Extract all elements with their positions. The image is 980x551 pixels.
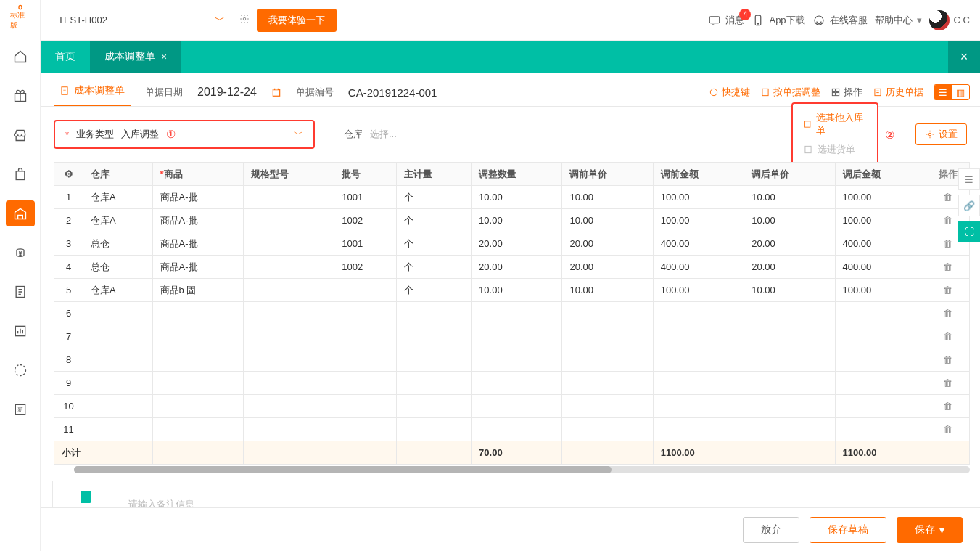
- col-batch: 批号: [334, 163, 397, 186]
- messages-button[interactable]: 消息 4: [708, 14, 744, 27]
- nav-warehouse-icon[interactable]: [6, 200, 35, 226]
- footer-actions: 放弃 保存草稿 保存 ▾: [41, 507, 980, 551]
- table-row[interactable]: 4总仓商品A-批1002个20.0020.00400.0020.00400.00…: [54, 256, 970, 279]
- table-row[interactable]: 9🗑: [54, 372, 970, 395]
- view-toggle[interactable]: ☰ ▥: [934, 84, 970, 100]
- warehouse-label: 仓库: [344, 128, 363, 141]
- table-row[interactable]: 11🗑: [54, 418, 970, 441]
- avatar-icon: [929, 10, 950, 30]
- ops-button[interactable]: 操作: [831, 86, 862, 99]
- annotation-2: ②: [885, 128, 894, 142]
- delete-row-icon[interactable]: 🗑: [926, 256, 970, 279]
- adjustment-table: ⚙ 仓库 *商品 规格型号 批号 主计量 调整数量 调前单价 调前金额 调后单价…: [54, 162, 970, 465]
- table-row[interactable]: 5仓库A商品b 固个10.0010.00100.0010.00100.00🗑: [54, 279, 970, 302]
- nav-new-icon[interactable]: 新: [6, 396, 35, 423]
- table-row[interactable]: 6🗑: [54, 302, 970, 325]
- notes-icon: [77, 488, 94, 505]
- table-row[interactable]: 2仓库A商品A-批1002个10.0010.00100.0010.00100.0…: [54, 209, 970, 232]
- nav-bag-icon[interactable]: [6, 161, 35, 187]
- history-button[interactable]: 历史单据: [873, 86, 923, 99]
- tab-home-label: 首页: [55, 50, 75, 63]
- business-type-field[interactable]: * 业务类型 入库调整 ① ﹀: [54, 120, 315, 149]
- save-button[interactable]: 保存 ▾: [897, 517, 963, 543]
- table-row[interactable]: 7🗑: [54, 325, 970, 348]
- svg-rect-16: [832, 89, 835, 91]
- biz-type-label: 业务类型: [76, 128, 114, 141]
- svg-point-4: [15, 365, 25, 376]
- svg-rect-21: [805, 121, 810, 127]
- doc-tab-label: 成本调整单: [74, 84, 125, 97]
- ops-label: 操作: [844, 86, 862, 99]
- nav-loading-icon[interactable]: [6, 357, 35, 383]
- nav-doc-icon[interactable]: [6, 279, 35, 305]
- doc-date-value[interactable]: 2019-12-24: [197, 86, 257, 99]
- calendar-icon[interactable]: [271, 87, 281, 97]
- delete-row-icon[interactable]: 🗑: [926, 372, 970, 395]
- dock-note-icon[interactable]: ☰: [958, 168, 980, 190]
- popup-opt2-label: 选进货单: [818, 143, 855, 156]
- help-button[interactable]: 帮助中心 ▾: [875, 14, 922, 27]
- card-view-icon[interactable]: ▥: [952, 85, 969, 99]
- shortcut-label: 快捷键: [722, 86, 750, 99]
- delete-row-icon[interactable]: 🗑: [926, 395, 970, 418]
- popup-option-other-inbound[interactable]: 选其他入库单: [803, 108, 867, 140]
- popup-option-purchase: 选进货单: [803, 140, 867, 159]
- byorder-button[interactable]: 按单据调整: [760, 86, 820, 99]
- settings-button[interactable]: 设置: [915, 123, 967, 145]
- support-label: 在线客服: [830, 14, 868, 27]
- list-view-icon[interactable]: ☰: [934, 85, 952, 99]
- user-menu[interactable]: C C: [929, 10, 970, 30]
- nav-money-icon[interactable]: [6, 240, 35, 266]
- support-button[interactable]: 在线客服: [812, 14, 868, 27]
- col-config-icon[interactable]: ⚙: [54, 163, 83, 186]
- doc-tab-active[interactable]: 成本调整单: [54, 78, 131, 106]
- svg-rect-22: [805, 146, 811, 152]
- delete-row-icon[interactable]: 🗑: [926, 325, 970, 348]
- nav-report-icon[interactable]: [6, 318, 35, 344]
- nav-home-icon[interactable]: [6, 44, 35, 70]
- doc-header: 成本调整单 单据日期 2019-12-24 单据编号 CA-20191224-0…: [41, 73, 980, 107]
- col-post-price: 调后单价: [744, 163, 835, 186]
- settings-icon[interactable]: [239, 14, 250, 26]
- svg-point-14: [710, 89, 717, 95]
- table-row[interactable]: 1仓库A商品A-批1001个10.0010.00100.0010.00100.0…: [54, 186, 970, 209]
- svg-rect-20: [875, 89, 881, 95]
- svg-point-23: [928, 133, 931, 136]
- delete-row-icon[interactable]: 🗑: [926, 302, 970, 325]
- col-pre-amt: 调前金额: [653, 163, 744, 186]
- shortcut-button[interactable]: 快捷键: [709, 86, 750, 99]
- discard-button[interactable]: 放弃: [743, 517, 799, 543]
- close-icon[interactable]: ×: [161, 51, 167, 62]
- warehouse-placeholder: 选择...: [370, 128, 397, 141]
- dock-link-icon[interactable]: 🔗: [958, 195, 980, 216]
- tab-home[interactable]: 首页: [41, 41, 90, 73]
- horizontal-scrollbar[interactable]: [74, 466, 970, 473]
- delete-row-icon[interactable]: 🗑: [926, 418, 970, 441]
- nav-store-icon[interactable]: [6, 122, 35, 148]
- top-bar: TEST-H002 ﹀ 我要体验一下 消息 4 App下载 在线客服: [41, 0, 980, 41]
- svg-rect-17: [836, 89, 839, 91]
- table-row[interactable]: 8🗑: [54, 348, 970, 372]
- side-rail: 标准版 新: [0, 0, 41, 551]
- tab-cost-adjust[interactable]: 成本调整单 ×: [90, 41, 181, 73]
- warehouse-field[interactable]: 仓库 选择...: [344, 128, 397, 141]
- save-label: 保存: [915, 523, 935, 536]
- history-label: 历史单据: [886, 86, 923, 99]
- trial-button[interactable]: 我要体验一下: [257, 9, 337, 32]
- nav-gift-icon[interactable]: [6, 83, 35, 109]
- app-download-button[interactable]: App下载: [752, 14, 804, 27]
- brand-logo: 标准版: [10, 4, 30, 30]
- chevron-down-icon: ▾: [939, 524, 944, 536]
- delete-row-icon[interactable]: 🗑: [926, 348, 970, 372]
- svg-point-10: [758, 23, 759, 24]
- table-row[interactable]: 3总仓商品A-批1001个20.0020.00400.0020.00400.00…: [54, 232, 970, 256]
- dock-expand-icon[interactable]: ⛶: [958, 221, 980, 242]
- subtotal-post-amt: 1100.00: [835, 441, 926, 465]
- delete-row-icon[interactable]: 🗑: [926, 279, 970, 302]
- table-row[interactable]: 10🗑: [54, 395, 970, 418]
- col-product: *商品: [152, 163, 243, 186]
- company-selector[interactable]: TEST-H002 ﹀: [51, 8, 232, 33]
- col-uom: 主计量: [397, 163, 472, 186]
- save-draft-button[interactable]: 保存草稿: [810, 517, 886, 543]
- close-all-tabs[interactable]: ×: [948, 41, 980, 73]
